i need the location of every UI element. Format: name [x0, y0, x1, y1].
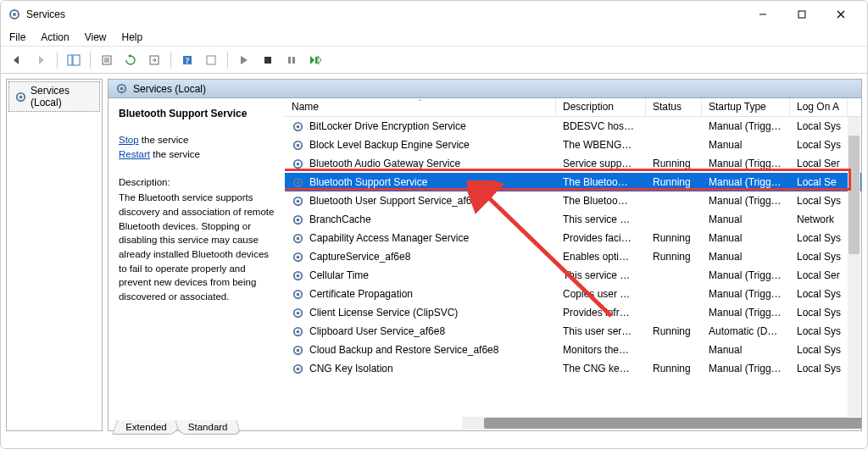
svg-point-51: [297, 367, 300, 370]
col-header-name[interactable]: Name⌃: [285, 98, 556, 116]
service-row[interactable]: CaptureService_af6e8Enables opti…Running…: [285, 247, 861, 266]
service-row[interactable]: Client License Service (ClipSVC)Provides…: [285, 303, 861, 322]
gear-icon: [292, 120, 304, 133]
svg-rect-17: [288, 57, 291, 64]
service-name: CaptureService_af6e8: [309, 251, 410, 263]
service-desc: Service supp…: [556, 158, 646, 169]
service-row[interactable]: Certificate PropagationCopies user …Manu…: [285, 285, 861, 303]
menu-view[interactable]: View: [85, 31, 107, 43]
refresh-button[interactable]: [121, 51, 140, 69]
export-list-button[interactable]: [145, 51, 164, 69]
svg-rect-18: [292, 57, 295, 64]
back-button[interactable]: [8, 51, 26, 69]
service-row[interactable]: Clipboard User Service_af6e8This user se…: [285, 322, 861, 341]
service-status: Running: [646, 325, 702, 337]
list-header[interactable]: Name⌃ Description Status Startup Type Lo…: [285, 98, 861, 117]
svg-point-25: [297, 125, 300, 128]
service-startup: Manual (Trigg…: [702, 288, 790, 300]
gear-icon: [292, 139, 304, 152]
service-status: Running: [646, 251, 702, 263]
svg-rect-3: [798, 11, 805, 18]
col-header-startup[interactable]: Startup Type: [702, 98, 790, 116]
service-logon: Local Ser: [790, 269, 848, 281]
stop-service-link[interactable]: Stop: [119, 135, 139, 145]
service-desc: Provides faci…: [556, 232, 646, 244]
show-hide-tree-button[interactable]: [64, 51, 83, 69]
service-row[interactable]: Bluetooth User Support Service_af6e8The …: [285, 191, 861, 210]
close-button[interactable]: [821, 1, 860, 28]
minimize-button[interactable]: [743, 1, 782, 28]
service-desc: BDESVC hos…: [556, 120, 646, 132]
service-desc: This service …: [556, 269, 646, 281]
scrollbar-thumb[interactable]: [484, 418, 861, 429]
service-logon: Local Sys: [790, 251, 848, 263]
service-name: CNG Key Isolation: [309, 363, 393, 374]
service-row[interactable]: CNG Key IsolationThe CNG ke…RunningManua…: [285, 359, 861, 378]
horizontal-scrollbar[interactable]: [462, 417, 848, 430]
service-name: Client License Service (ClipSVC): [309, 307, 458, 319]
service-status: Running: [646, 232, 702, 244]
tree-pane[interactable]: Services (Local): [6, 79, 103, 431]
service-name: Cloud Backup and Restore Service_af6e8: [309, 344, 498, 356]
main-pane: Services (Local) Bluetooth Support Servi…: [108, 79, 862, 431]
service-logon: Local Sys: [790, 344, 848, 356]
gear-icon: [292, 325, 304, 338]
tab-standard[interactable]: Standard: [175, 420, 241, 435]
service-logon: Local Sys: [790, 363, 848, 374]
services-app-icon: [8, 8, 21, 21]
service-status: Running: [646, 176, 702, 188]
service-startup: Manual: [702, 232, 790, 244]
svg-rect-16: [264, 57, 271, 64]
svg-rect-15: [207, 56, 215, 64]
service-row[interactable]: Bluetooth Audio Gateway ServiceService s…: [285, 154, 861, 173]
service-logon: Local Sys: [790, 307, 848, 319]
col-header-logon[interactable]: Log On A: [790, 98, 848, 116]
service-desc: Provides infr…: [556, 307, 646, 319]
svg-point-29: [297, 162, 300, 165]
svg-point-49: [297, 348, 300, 352]
service-startup: Manual: [702, 139, 790, 151]
service-row[interactable]: Block Level Backup Engine ServiceThe WBE…: [285, 136, 861, 154]
description-label: Description:: [119, 175, 275, 190]
service-startup: Manual: [702, 344, 790, 356]
scrollbar-thumb[interactable]: [849, 136, 860, 254]
restart-service-button[interactable]: [306, 51, 325, 69]
service-row[interactable]: Cellular TimeThis service …Manual (Trigg…: [285, 266, 861, 285]
gear-icon: [292, 232, 304, 245]
menu-help[interactable]: Help: [122, 31, 143, 43]
forward-button[interactable]: [31, 51, 50, 69]
service-desc: This service …: [556, 213, 646, 225]
pause-service-button[interactable]: [282, 51, 301, 69]
tab-extended[interactable]: Extended: [112, 420, 180, 435]
help-button[interactable]: ?: [178, 51, 197, 69]
service-row[interactable]: Capability Access Manager ServiceProvide…: [285, 229, 861, 247]
service-name: Block Level Backup Engine Service: [309, 139, 470, 151]
properties-button[interactable]: [97, 51, 116, 69]
service-startup: Manual (Trigg…: [702, 158, 790, 169]
services-list[interactable]: Name⌃ Description Status Startup Type Lo…: [285, 98, 861, 430]
service-row[interactable]: BranchCacheThis service …ManualNetwork: [285, 210, 861, 229]
menu-file[interactable]: File: [9, 31, 25, 43]
col-header-status[interactable]: Status: [646, 98, 702, 116]
service-row[interactable]: Bluetooth Support ServiceThe Bluetoo…Run…: [285, 173, 861, 191]
vertical-scrollbar[interactable]: [848, 117, 860, 417]
svg-point-37: [297, 236, 300, 240]
maximize-button[interactable]: [782, 1, 821, 28]
service-startup: Manual (Trigg…: [702, 176, 790, 188]
gear-icon: [115, 82, 128, 95]
col-header-description[interactable]: Description: [556, 98, 646, 116]
service-row[interactable]: BitLocker Drive Encryption ServiceBDESVC…: [285, 117, 861, 136]
service-desc: The WBENG…: [556, 139, 646, 151]
gear-icon: [292, 195, 304, 208]
service-startup: Manual: [702, 251, 790, 263]
service-logon: Local Sys: [790, 120, 848, 132]
stop-service-button[interactable]: [259, 51, 277, 69]
gear-icon: [292, 344, 304, 357]
restart-service-link[interactable]: Restart: [119, 149, 150, 159]
menu-action[interactable]: Action: [41, 31, 69, 43]
gear-icon: [292, 363, 304, 375]
service-row[interactable]: Cloud Backup and Restore Service_af6e8Mo…: [285, 341, 861, 359]
start-service-button[interactable]: [235, 51, 253, 69]
tree-node-services-local[interactable]: Services (Local): [8, 81, 100, 112]
toolbar-icon-extra[interactable]: [202, 51, 220, 69]
